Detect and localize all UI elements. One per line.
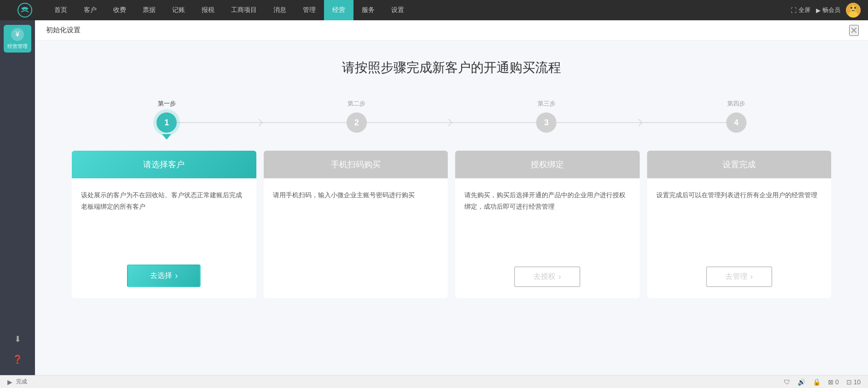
step-1-header: 第一步 1	[72, 100, 262, 140]
vip-button[interactable]: ▶ 畅会员	[816, 6, 840, 14]
fullscreen-button[interactable]: ⛶ 全屏	[791, 6, 810, 14]
sidebar-bottom: ⬇ ❓	[9, 331, 26, 375]
status-left: ▶ 完成	[7, 378, 27, 386]
top-nav: 首页 客户 收费 票据 记账 报税 工商项目 消息 管理 经营 服务 设置 ⛶ …	[0, 0, 868, 20]
volume-icon: 🔊	[798, 378, 805, 386]
go-select-button[interactable]: 去选择 ›	[127, 265, 201, 287]
card-1-body: 该处展示的客户为不在回收站、客户状态正常建账后完成老板端绑定的所有客户	[72, 178, 256, 257]
avatar[interactable]	[846, 3, 861, 18]
go-auth-button[interactable]: 去授权 ›	[514, 266, 580, 287]
card-2-title: 手机扫码购买	[331, 160, 381, 169]
logo-area	[7, 3, 42, 18]
nav-item-message[interactable]: 消息	[265, 0, 295, 20]
step-2-header: 第二步 2	[262, 100, 452, 133]
nav-item-service[interactable]: 服务	[353, 0, 383, 20]
card-1-title: 请选择客户	[143, 160, 185, 169]
card-3-footer: 去授权 ›	[455, 259, 640, 298]
nav-right: ⛶ 全屏 ▶ 畅会员	[791, 3, 861, 18]
main-layout: ¥ 经营管理 ⬇ ❓ 初始化设置 ✕ 请按照步骤完成新客户的开通购买流程 第一步	[0, 20, 868, 375]
lock-icon: 🔒	[813, 378, 821, 386]
nav-item-home[interactable]: 首页	[46, 0, 75, 20]
step-card-1: 请选择客户 该处展示的客户为不在回收站、客户状态正常建账后完成老板端绑定的所有客…	[72, 151, 256, 298]
card-1-body-text: 该处展示的客户为不在回收站、客户状态正常建账后完成老板端绑定的所有客户	[81, 191, 242, 210]
status-text: 完成	[16, 378, 27, 386]
nav-item-manage[interactable]: 管理	[295, 0, 324, 20]
breadcrumb: 初始化设置	[46, 26, 81, 35]
arrow-icon-3: ›	[558, 272, 561, 282]
network-status: ⊠ 0	[828, 378, 839, 386]
card-4-footer: 去管理 ›	[647, 259, 832, 298]
step-card-4: 设置完成 设置完成后可以在管理列表进行所有企业用户的经营管理 去管理 ›	[647, 151, 832, 298]
play-icon: ▶	[7, 378, 12, 386]
card-4-body-text: 设置完成后可以在管理列表进行所有企业用户的经营管理	[656, 191, 817, 199]
step-4-circle: 4	[726, 112, 746, 133]
nav-item-operation[interactable]: 经营	[324, 0, 353, 20]
fullscreen-icon: ⛶	[791, 7, 797, 14]
close-button[interactable]: ✕	[849, 25, 859, 36]
steps-timeline: 第一步 1 第二步 2	[72, 100, 831, 140]
download-button[interactable]: ⬇	[9, 331, 26, 347]
step-1-pointer	[162, 134, 171, 140]
content-area: 初始化设置 ✕ 请按照步骤完成新客户的开通购买流程 第一步 1	[35, 20, 868, 375]
card-3-header: 授权绑定	[455, 151, 640, 178]
nav-item-fee[interactable]: 收费	[105, 0, 134, 20]
nav-item-customer[interactable]: 客户	[75, 0, 105, 20]
status-bar: ▶ 完成 🛡 🔊 🔒 ⊠ 0 ⊡ 10	[0, 375, 868, 388]
card-2-body: 请用手机扫码，输入小微企业主账号密码进行购买	[264, 178, 448, 280]
nav-items: 首页 客户 收费 票据 记账 报税 工商项目 消息 管理 经营 服务 设置	[46, 0, 791, 20]
card-1-header: 请选择客户	[72, 151, 256, 178]
step-card-2: 手机扫码购买 请用手机扫码，输入小微企业主账号密码进行购买	[264, 151, 448, 298]
step-1-circle: 1	[156, 112, 177, 133]
card-3-body-text: 请先购买，购买后选择开通的产品中的企业用户进行授权绑定，成功后即可进行经营管理	[464, 191, 625, 210]
step-3-header: 第三步 3	[451, 100, 642, 133]
card-4-title: 设置完成	[723, 160, 756, 169]
card-4-body: 设置完成后可以在管理列表进行所有企业用户的经营管理	[647, 178, 832, 259]
card-2-footer	[264, 280, 448, 298]
go-manage-button[interactable]: 去管理 ›	[706, 266, 772, 287]
nav-item-settings[interactable]: 设置	[383, 0, 412, 20]
sidebar: ¥ 经营管理 ⬇ ❓	[0, 20, 35, 375]
video-icon: ▶	[816, 7, 821, 14]
cards-row: 请选择客户 该处展示的客户为不在回收站、客户状态正常建账后完成老板端绑定的所有客…	[72, 151, 831, 298]
nav-item-business[interactable]: 工商项目	[223, 0, 265, 20]
step-3-circle: 3	[536, 112, 556, 133]
shield-icon: 🛡	[784, 378, 790, 386]
step-4-header: 第四步 4	[642, 100, 832, 133]
main-content: 请按照步骤完成新客户的开通购买流程 第一步 1 第二步	[35, 41, 868, 375]
support-button[interactable]: ❓	[9, 351, 26, 368]
clock-status: ⊡ 10	[846, 378, 861, 386]
card-1-footer: 去选择 ›	[72, 257, 256, 298]
sidebar-item-operation[interactable]: ¥ 经营管理	[4, 25, 31, 53]
sidebar-item-label: 经营管理	[7, 43, 28, 50]
card-2-body-text: 请用手机扫码，输入小微企业主账号密码进行购买	[273, 191, 415, 199]
page-title: 请按照步骤完成新客户的开通购买流程	[72, 59, 831, 76]
card-4-header: 设置完成	[647, 151, 832, 178]
operation-icon: ¥	[11, 28, 24, 41]
svg-point-5	[854, 7, 856, 9]
breadcrumb-bar: 初始化设置 ✕	[35, 20, 868, 41]
step-2-circle: 2	[347, 112, 367, 133]
status-right: 🛡 🔊 🔒 ⊠ 0 ⊡ 10	[784, 378, 861, 386]
arrow-icon-1: ›	[175, 271, 178, 281]
card-3-title: 授权绑定	[531, 160, 564, 169]
card-2-header: 手机扫码购买	[264, 151, 448, 178]
step-2-label: 第二步	[347, 100, 365, 108]
nav-item-tax[interactable]: 报税	[193, 0, 223, 20]
card-3-body: 请先购买，购买后选择开通的产品中的企业用户进行授权绑定，成功后即可进行经营管理	[455, 178, 640, 259]
step-card-3: 授权绑定 请先购买，购买后选择开通的产品中的企业用户进行授权绑定，成功后即可进行…	[455, 151, 640, 298]
logo-icon	[17, 3, 32, 18]
svg-point-4	[851, 7, 852, 9]
step-1-label: 第一步	[158, 100, 176, 108]
step-4-label: 第四步	[727, 100, 745, 108]
arrow-icon-4: ›	[750, 272, 753, 282]
nav-item-account[interactable]: 记账	[164, 0, 193, 20]
nav-item-bill[interactable]: 票据	[134, 0, 164, 20]
step-3-label: 第三步	[538, 100, 556, 108]
